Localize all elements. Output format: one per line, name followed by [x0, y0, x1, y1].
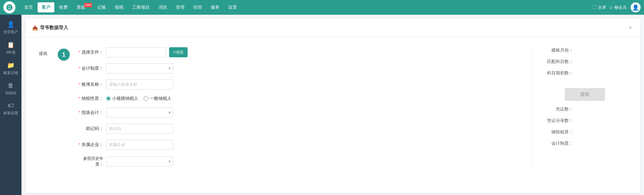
- sidebar-item-label-tag-settings: 标签设置: [3, 111, 18, 116]
- memo-code-row: 助记码：: [77, 124, 526, 134]
- assign-accountant-label: 指派会计：: [77, 110, 103, 116]
- vip-label: 畅会员: [614, 5, 627, 10]
- new-badge: new: [84, 3, 92, 7]
- assign-accountant-select-wrapper: [106, 108, 173, 118]
- ref-year-label: 参照历史年度：: [77, 156, 103, 167]
- tax-option-small[interactable]: 小规模纳税人: [106, 95, 138, 102]
- dialog-card: 📤 导爷数据导入 × 建账 1 选择文件： +浏览: [26, 19, 640, 193]
- tax-nature-label: 纳税性质：: [77, 95, 103, 102]
- nav-item-operations[interactable]: 经营: [189, 2, 206, 12]
- nav-right: ⛶ 全屏 ▷ 畅会员 👤: [593, 2, 641, 12]
- company-input[interactable]: [106, 140, 173, 150]
- company-row: 所属企业：: [77, 140, 526, 150]
- nav-item-settings[interactable]: 设置: [224, 2, 241, 12]
- recycle-icon: 🗑: [8, 82, 14, 89]
- vip-button[interactable]: ▷ 畅会员: [610, 5, 627, 10]
- accounting-system-select[interactable]: [106, 63, 173, 73]
- tax-radio-small[interactable]: [106, 96, 111, 101]
- aux-accounting-label: 辅助核算：: [543, 129, 573, 135]
- fullscreen-icon: ⛶: [593, 5, 597, 10]
- main-layout: 👤 全部客户 📋 0申报 📁 账套迁移 🗑 回收站 🏷 标签设置 📤 导: [0, 15, 644, 195]
- voucher-entries-label: 凭证分录数：: [543, 118, 573, 124]
- nav-item-services[interactable]: 服务: [207, 2, 224, 12]
- form-fields: 选择文件： +浏览 会计制度：: [77, 47, 526, 167]
- fullscreen-button[interactable]: ⛶ 全屏: [593, 5, 606, 10]
- sidebar-item-label-account-transfer: 账套迁移: [3, 70, 18, 75]
- form-section: 建账 1 选择文件： +浏览 会计制度：: [39, 47, 526, 167]
- account-transfer-icon: 📁: [7, 62, 14, 69]
- vip-icon: ▷: [610, 5, 613, 10]
- memo-code-input[interactable]: [106, 124, 173, 134]
- tax-nature-radio-group: 小规模纳税人 一般纳税人: [106, 95, 171, 102]
- account-period-row: 科目期初数：: [543, 70, 627, 76]
- sidebar-item-all-clients[interactable]: 👤 全部客户: [1, 18, 20, 37]
- sidebar-item-account-transfer[interactable]: 📁 账套迁移: [1, 59, 20, 78]
- tax-radio-general[interactable]: [144, 96, 148, 101]
- step-label: 建账: [39, 51, 48, 57]
- aux-accounting-row: 辅助核算：: [543, 129, 627, 135]
- sidebar-item-label-recycle: 回收站: [5, 90, 16, 95]
- voucher-entries-row: 凭证分录数：: [543, 118, 627, 124]
- nav-item-management[interactable]: 管理: [172, 2, 189, 12]
- memo-code-label: 助记码：: [77, 126, 103, 132]
- match-accounts-label: 匹配科目数：: [543, 59, 573, 65]
- assign-accountant-select[interactable]: [106, 108, 173, 118]
- dialog-title-icon: 📤: [32, 25, 38, 30]
- ledger-name-label: 账簿名称：: [77, 81, 103, 87]
- nav-item-home[interactable]: 首页: [20, 2, 37, 12]
- app-logo: [3, 1, 15, 13]
- sidebar-item-declare[interactable]: 📋 0申报: [1, 39, 20, 58]
- setup-month-label: 建账月份：: [543, 47, 573, 53]
- accounting-system-select-wrapper: [106, 63, 173, 73]
- nav-item-accounting[interactable]: 记账: [93, 2, 110, 12]
- fullscreen-label: 全屏: [598, 5, 606, 10]
- user-avatar[interactable]: 👤: [631, 2, 641, 12]
- nav-item-clients[interactable]: 客户: [38, 2, 54, 12]
- top-nav: 首页 客户 收费 票据 new 记账 报税 工商项目 消息 管理 经营 服务 设…: [0, 0, 644, 15]
- dialog-title-text: 导爷数据导入: [40, 25, 68, 31]
- nav-items: 首页 客户 收费 票据 new 记账 报税 工商项目 消息 管理 经营 服务 设…: [20, 2, 593, 12]
- nav-item-tax[interactable]: 报税: [111, 2, 128, 12]
- dialog-close-button[interactable]: ×: [628, 23, 633, 32]
- account-period-label: 科目期初数：: [543, 70, 573, 76]
- nav-item-bizprojects[interactable]: 工商项目: [128, 2, 154, 12]
- ref-year-row: 参照历史年度：: [77, 156, 526, 167]
- tax-option-general[interactable]: 一般纳税人: [144, 95, 171, 102]
- match-accounts-row: 匹配科目数：: [543, 59, 627, 65]
- ledger-name-row: 账簿名称：: [77, 79, 526, 89]
- tax-option-general-label: 一般纳税人: [150, 95, 171, 102]
- tax-option-small-label: 小规模纳税人: [112, 95, 138, 102]
- assign-accountant-row: 指派会计：: [77, 108, 526, 118]
- ref-year-select-wrapper: [106, 156, 173, 167]
- tax-nature-row: 纳税性质： 小规模纳税人 一般纳税人: [77, 95, 526, 102]
- ref-year-select[interactable]: [106, 156, 173, 167]
- file-input[interactable]: [106, 47, 166, 57]
- svg-point-1: [8, 6, 10, 8]
- file-label: 选择文件：: [77, 49, 103, 55]
- sidebar-item-recycle[interactable]: 🗑 回收站: [1, 79, 20, 98]
- declare-icon: 📋: [7, 41, 14, 49]
- info-accounting-system-label: 会计制度：: [543, 140, 573, 146]
- company-label: 所属企业：: [77, 142, 103, 148]
- setup-month-row: 建账月份：: [543, 47, 627, 53]
- accounting-system-label: 会计制度：: [77, 65, 103, 71]
- tag-settings-icon: 🏷: [8, 102, 14, 109]
- nav-item-billing[interactable]: 收费: [55, 2, 72, 12]
- dialog-header: 📤 导爷数据导入 ×: [26, 19, 640, 37]
- file-row: 选择文件： +浏览: [77, 47, 526, 57]
- nav-item-invoices[interactable]: 票据 new: [72, 2, 93, 12]
- ledger-name-input[interactable]: [106, 79, 173, 89]
- info-accounting-system-row: 会计制度：: [543, 140, 627, 146]
- vouchers-row: 凭证数：: [543, 106, 627, 112]
- step-badge: 1: [58, 49, 70, 61]
- sidebar-item-tag-settings[interactable]: 🏷 标签设置: [1, 100, 20, 118]
- sidebar: 👤 全部客户 📋 0申报 📁 账套迁移 🗑 回收站 🏷 标签设置: [0, 15, 21, 195]
- nav-item-messages[interactable]: 消息: [154, 2, 171, 12]
- create-account-button[interactable]: 建账: [565, 88, 605, 101]
- sidebar-item-label-declare: 0申报: [6, 50, 15, 55]
- sidebar-item-label-all-clients: 全部客户: [3, 29, 18, 35]
- browse-button[interactable]: +浏览: [169, 47, 188, 57]
- info-buttons: 建账: [543, 85, 627, 101]
- all-clients-icon: 👤: [7, 21, 14, 28]
- dialog-title: 📤 导爷数据导入: [32, 25, 68, 31]
